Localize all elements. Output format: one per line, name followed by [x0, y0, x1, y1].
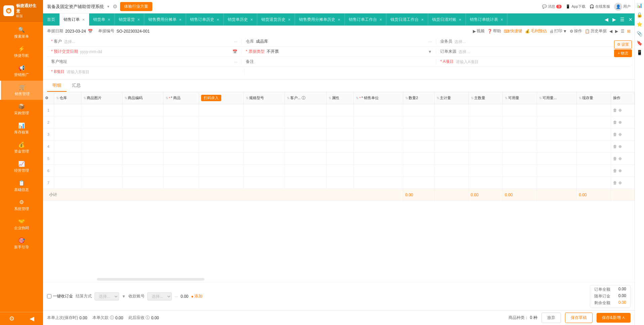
row-4-sales-unit[interactable] — [354, 140, 403, 153]
tab-close-icon[interactable]: ✕ — [379, 18, 382, 22]
row-5-scan[interactable] — [199, 153, 244, 165]
tab-close-icon[interactable]: ✕ — [137, 18, 140, 22]
row-3-available-qty[interactable] — [503, 128, 537, 140]
sidebar-item-operations[interactable]: 📈 经营管理 — [0, 157, 43, 176]
account-more-icon[interactable]: ··· — [175, 294, 178, 299]
settings-button[interactable]: ⚙ 设置 — [614, 40, 632, 49]
customer-address-input[interactable] — [69, 59, 233, 64]
tab-cash-reconcile[interactable]: 钱货日清对账 ✕ — [428, 13, 466, 26]
add-payment-button[interactable]: ● 添加 — [191, 293, 202, 299]
row-2-available-more[interactable] — [537, 116, 577, 128]
row-1-actions[interactable]: 🗑 ⊕ — [611, 104, 635, 116]
tab-cash-workbench[interactable]: 钱货日清工作台 ✕ — [386, 13, 428, 26]
th-gear[interactable]: ⚙ — [43, 92, 54, 104]
row-5-product-image[interactable] — [81, 153, 122, 165]
warehouse-more-icon[interactable]: ··· — [428, 39, 432, 44]
row-4-current-stock[interactable] — [577, 140, 611, 153]
tab-close-all-button[interactable]: ✕ — [627, 17, 635, 22]
message-button[interactable]: 💬 消息 9 — [542, 4, 562, 9]
row-6-warehouse[interactable] — [54, 165, 81, 177]
tab-sales-expense[interactable]: 销售费用分摊单 ✕ — [144, 13, 186, 26]
sidebar-item-enterprise[interactable]: 🤝 企业协同 — [0, 215, 43, 234]
row-7-available-qty[interactable] — [503, 177, 537, 189]
tab-invoice-history[interactable]: 销货单历史 ✕ — [224, 13, 257, 26]
row-7-sales-unit[interactable] — [354, 177, 403, 189]
one-click-payment-label[interactable]: 一键收订金 — [47, 293, 73, 299]
row-1-product-code[interactable] — [122, 104, 163, 116]
row-5-main-qty[interactable] — [468, 153, 503, 165]
row-1-warehouse[interactable] — [54, 104, 81, 116]
row-7-attributes[interactable] — [326, 177, 354, 189]
sidebar-item-guide[interactable]: 🎯 新手引导 — [0, 234, 43, 253]
delivery-calendar-icon[interactable]: 📅 — [232, 49, 237, 54]
a-project-input[interactable] — [456, 59, 627, 64]
help-link[interactable]: ❓ 帮助 — [487, 28, 501, 34]
row-3-warehouse[interactable] — [54, 128, 81, 140]
tab-sales-order-history[interactable]: 销售订单历史 ✕ — [186, 13, 224, 26]
row-2-product-image[interactable] — [81, 116, 122, 128]
right-panel-btn-3[interactable]: ⭐ — [636, 20, 644, 28]
row-2-qty2[interactable] — [403, 116, 434, 128]
row-7-product-code[interactable] — [122, 177, 163, 189]
history-link[interactable]: 📋 历史单据 — [585, 28, 607, 34]
row-3-current-stock[interactable] — [577, 128, 611, 140]
row-3-customer-code[interactable] — [285, 128, 326, 140]
tab-close-icon[interactable]: ✕ — [421, 18, 424, 22]
profit-link[interactable]: 💰 毛利预估 — [525, 28, 547, 34]
row-1-main-qty[interactable] — [468, 104, 503, 116]
scroll-bar-track[interactable] — [97, 278, 204, 281]
row-5-main-unit[interactable] — [434, 153, 468, 165]
sidebar-item-purchase[interactable]: 📦 采购管理 — [0, 100, 43, 119]
row-4-product-name[interactable] — [163, 140, 199, 153]
layout-grid-icon[interactable]: ⊞ — [627, 29, 631, 34]
row-5-available-qty[interactable] — [503, 153, 537, 165]
row-2-warehouse[interactable] — [54, 116, 81, 128]
row-6-main-qty[interactable] — [468, 165, 503, 177]
row-1-customer-code[interactable] — [285, 104, 326, 116]
row-4-main-qty[interactable] — [468, 140, 503, 153]
right-panel-btn-5[interactable]: 🔖 — [636, 39, 644, 47]
row-4-actions[interactable]: 🗑 ⊕ — [611, 140, 635, 153]
row-7-main-qty[interactable] — [468, 177, 503, 189]
row-6-product-code[interactable] — [122, 165, 163, 177]
discard-button[interactable]: 放弃 — [541, 313, 561, 323]
row-2-customer-code[interactable] — [285, 116, 326, 128]
row-3-product-code[interactable] — [122, 128, 163, 140]
tab-sales-invoice[interactable]: 销货单 ✕ — [89, 13, 115, 26]
one-click-payment-checkbox[interactable] — [47, 294, 51, 298]
app-download-button[interactable]: 📱 App下载 — [566, 4, 585, 9]
row-7-actions[interactable]: 🗑 ⊕ — [611, 177, 635, 189]
sidebar-item-inventory[interactable]: 📊 库存核算 — [0, 119, 43, 138]
row-2-product-name[interactable] — [163, 116, 199, 128]
online-support-button[interactable]: 🎧 在线客服 — [590, 4, 610, 9]
sidebar-collapse-icon[interactable]: ◀ — [30, 315, 34, 322]
row-3-product-image[interactable] — [81, 128, 122, 140]
row-4-attributes[interactable] — [326, 140, 354, 153]
b-project-input[interactable] — [67, 70, 240, 74]
tab-sales-return[interactable]: 销货退货 ✕ — [115, 13, 144, 26]
row-4-spec[interactable] — [243, 140, 285, 153]
shortcuts-link[interactable]: ⌨ 快捷键 — [504, 28, 522, 34]
row-7-spec[interactable] — [243, 177, 285, 189]
row-1-product-image[interactable] — [81, 104, 122, 116]
customer-input[interactable] — [64, 39, 233, 44]
row-7-qty2[interactable] — [403, 177, 434, 189]
row-2-actions[interactable]: 🗑 ⊕ — [611, 116, 635, 128]
row-5-warehouse[interactable] — [54, 153, 81, 165]
scan-button[interactable]: 扫码录入 — [201, 95, 221, 101]
tab-close-icon[interactable]: ✕ — [250, 18, 253, 22]
tab-close-icon[interactable]: ✕ — [500, 18, 503, 22]
sidebar-item-search[interactable]: 🔍 搜索菜单 — [0, 23, 43, 42]
row-2-scan[interactable] — [199, 116, 244, 128]
row-7-product-image[interactable] — [81, 177, 122, 189]
tab-menu-button[interactable]: ☰ — [618, 17, 627, 22]
row-3-main-unit[interactable] — [434, 128, 468, 140]
user-menu[interactable]: 👤 用户 — [614, 3, 631, 11]
row-3-spec[interactable] — [243, 128, 285, 140]
row-3-product-name[interactable] — [163, 128, 199, 140]
payment-method-dropdown-icon[interactable]: ▼ — [122, 294, 126, 299]
row-5-sales-unit[interactable] — [354, 153, 403, 165]
tab-prev-button[interactable]: ◀ — [603, 17, 610, 22]
row-1-current-stock[interactable] — [577, 104, 611, 116]
operations-link[interactable]: ⚙ 操作 — [570, 28, 582, 34]
